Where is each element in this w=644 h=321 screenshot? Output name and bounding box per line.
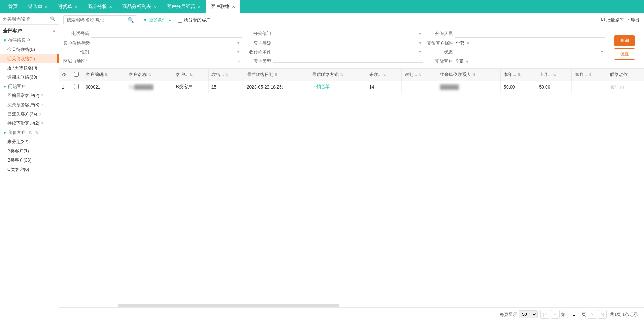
sidebar-item-a-class[interactable]: A类客户(1) — [0, 146, 59, 156]
nav-customer-segmentation[interactable]: 客户分层经营 ✕ — [161, 0, 206, 13]
row-last-contact-method[interactable]: 下销货单 — [309, 81, 366, 93]
filter-retail-attr-select[interactable]: 全部 ▼ — [456, 40, 605, 46]
settings-button[interactable]: 设置 — [614, 48, 635, 60]
my-customers-checkbox-label[interactable]: 我分管的客户 — [178, 17, 210, 23]
filter-row-3: 性别 ▼ 收付款条件 ▼ 状态 — [63, 49, 605, 55]
filter-manager-select[interactable]: ··· — [455, 30, 605, 38]
filter-gender-select[interactable]: ▼ — [91, 49, 242, 55]
value-refresh-icon[interactable]: ↻ — [29, 130, 33, 135]
filter-price-level-select[interactable]: ▼ — [92, 40, 242, 46]
sidebar-item-churn-warning[interactable]: 流失预警客户(3) ? — [0, 100, 59, 110]
row-checkbox-cell[interactable] — [71, 81, 83, 93]
last-page-btn[interactable]: >| — [598, 310, 607, 319]
row-last-month: 50.00 — [536, 81, 571, 93]
close-product-analysis-list[interactable]: ✕ — [153, 5, 156, 9]
sidebar-item-tomorrow-contact[interactable]: 明天待联络(1) — [0, 54, 59, 63]
col-last-contact-method[interactable]: 最后联络方式 ⇅ — [309, 69, 366, 81]
col-this-year[interactable]: 本年... ⇅ — [501, 69, 536, 81]
row-contact-person: ██████ — [437, 81, 501, 93]
sort-uncontacted-icon: ⇅ — [383, 73, 386, 77]
sidebar-item-c-class[interactable]: C类客户(6) — [0, 165, 59, 174]
col-last-contact-date[interactable]: 最后联络日期 ⇅ — [244, 69, 309, 81]
area-dots-icon: ··· — [237, 59, 240, 64]
sidebar-item-ungrouped[interactable]: 未分组(32) — [0, 137, 59, 146]
row-checkbox[interactable] — [74, 84, 79, 89]
page-label: 第 — [561, 311, 566, 318]
sidebar-item-overdue-contact[interactable]: 逾期未联络(30) — [0, 73, 59, 82]
pending-group-label[interactable]: ▼ 待联络客户 — [0, 36, 59, 45]
col-contact-count[interactable]: 联络... ⇅ — [208, 69, 244, 81]
next-page-btn[interactable]: > — [588, 310, 596, 319]
horizontal-scrollbar[interactable] — [59, 303, 644, 307]
pagination: |< < 第 页 > >| — [540, 310, 607, 319]
sidebar-search-icon[interactable]: 🔍 — [50, 16, 56, 21]
filter-more-btn[interactable]: ▼ 更多条件 ▲ — [140, 16, 175, 24]
sidebar-item-repurchase-abnormal[interactable]: 回购异常客户(2) ? — [0, 91, 59, 100]
sidebar-item-b-class[interactable]: B类客户(33) — [0, 156, 59, 165]
filter-payment-select[interactable]: ▼ — [273, 49, 424, 55]
gear-icon[interactable]: ⚙ — [62, 72, 66, 77]
filter-phone-input[interactable] — [91, 30, 242, 38]
nav-sales-order[interactable]: 销售单 ✕ — [23, 0, 53, 13]
toolbar-search-icon[interactable]: 🔍 — [127, 17, 134, 23]
nav-purchase-order[interactable]: 进货单 ✕ — [53, 0, 83, 13]
my-customers-checkbox[interactable] — [178, 18, 182, 23]
value-group-label[interactable]: ▼ 价值客户 ↻ ✎ — [0, 128, 59, 137]
filter-phone-field: 电话号码 — [63, 30, 242, 38]
sidebar-item-7day-contact[interactable]: 近7天待联络(0) — [0, 63, 59, 73]
prev-page-btn[interactable]: < — [551, 310, 560, 319]
filter-customer-type-select[interactable] — [273, 60, 424, 63]
nav-product-analysis[interactable]: 商品分析 ✕ — [83, 0, 117, 13]
nav-customer-contact[interactable]: 客户联络 ✕ — [206, 0, 240, 13]
col-gear[interactable]: ⚙ — [59, 69, 71, 81]
col-customer-name[interactable]: 客户名称 ⇅ — [126, 69, 173, 81]
filter-retail-customer-select[interactable]: 全部 ▼ — [455, 58, 605, 65]
sidebar-item-declining[interactable]: 持续下滑客户(2) ? — [0, 119, 59, 128]
col-customer-type[interactable]: 客户... ⇅ — [173, 69, 208, 81]
table-footer: 每页显示 50 100 200 |< < 第 页 > >| 共1页 1条记录 — [59, 307, 644, 321]
col-this-month[interactable]: 本月... ⇅ — [571, 69, 607, 81]
close-customer-contact[interactable]: ✕ — [232, 5, 235, 9]
nav-home[interactable]: 首页 — [3, 0, 23, 13]
col-overdue[interactable]: 逾期... ⇅ — [402, 69, 437, 81]
close-sales-order[interactable]: ✕ — [45, 5, 48, 9]
toolbar-search-input[interactable] — [67, 17, 126, 23]
sort-this-year-icon: ⇅ — [518, 73, 521, 77]
col-last-month[interactable]: 上月... ⇅ — [536, 69, 571, 81]
filter-icon: ▼ — [143, 17, 147, 23]
filter-customer-level-select[interactable]: ▼ — [273, 40, 424, 46]
customer-table: ⚙ 客户编码 ⇅ 客户名称 ⇅ — [59, 69, 644, 93]
nav-product-analysis-list[interactable]: 商品分析列表 ✕ — [117, 0, 161, 13]
export-btn[interactable]: ↑ 导出 — [627, 17, 640, 23]
close-customer-segmentation[interactable]: ✕ — [197, 5, 200, 9]
help-icon-0: ? — [41, 94, 43, 98]
value-edit-icon[interactable]: ✎ — [35, 130, 39, 135]
filter-manager-field: 分管人员 ··· — [427, 30, 605, 38]
sidebar-search-input[interactable] — [3, 16, 49, 21]
select-all-checkbox[interactable] — [74, 72, 79, 77]
all-customers-label[interactable]: 全部客户 — [3, 28, 22, 34]
close-product-analysis[interactable]: ✕ — [109, 5, 112, 9]
filter-dept-select[interactable]: ▼ — [273, 31, 424, 37]
scrollbar-thumb[interactable] — [118, 304, 339, 307]
sort-last-month-icon: ⇅ — [553, 73, 556, 77]
contact-method-link[interactable]: 下销货单 — [312, 84, 330, 89]
batch-action-btn[interactable]: ☑ 批量操作 — [601, 17, 624, 23]
qr-action-icon[interactable]: ⊞ — [620, 84, 624, 90]
phone-action-icon[interactable]: ☏ — [610, 84, 617, 90]
filter-area-select[interactable]: ··· — [92, 58, 242, 65]
col-customer-code[interactable]: 客户编码 ⇅ — [83, 69, 126, 81]
close-purchase-order[interactable]: ✕ — [74, 5, 77, 9]
filter-status-select[interactable]: ▼ — [455, 49, 605, 55]
problem-group-label[interactable]: ▼ 问题客户 — [0, 82, 59, 91]
col-uncontacted[interactable]: 未联... ⇅ — [366, 69, 401, 81]
col-checkbox[interactable] — [71, 69, 83, 81]
query-button[interactable]: 查询 — [614, 35, 635, 46]
page-number-input[interactable] — [567, 311, 580, 318]
sidebar-collapse-btn[interactable]: « — [53, 28, 56, 34]
first-page-btn[interactable]: |< — [540, 310, 549, 319]
sidebar-item-churned[interactable]: 已流失客户(24) ? — [0, 110, 59, 119]
col-contact-person[interactable]: 往来单位联系人 ⇅ — [437, 69, 501, 81]
sidebar-item-today-contact[interactable]: 今天待联络(0) — [0, 45, 59, 54]
page-size-select[interactable]: 50 100 200 — [519, 310, 538, 318]
